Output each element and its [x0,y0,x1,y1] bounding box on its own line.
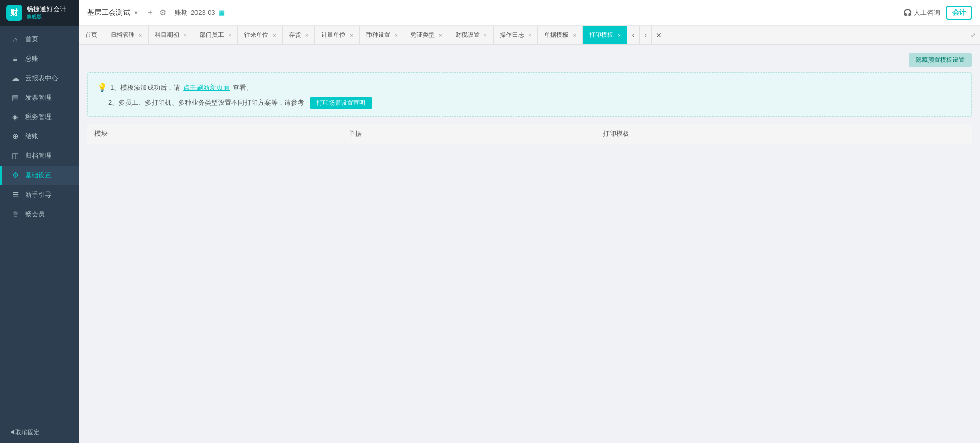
sidebar-item-close[interactable]: ⊕ 结账 [0,127,79,146]
tab-dept-staff-label: 部门员工 [200,31,224,39]
tab-print-template[interactable]: 打印模板 × [583,26,627,44]
tab-voucher-type[interactable]: 凭证类型 × [404,26,449,44]
tab-single-template[interactable]: 单据模板 × [538,26,582,44]
tab-archive-mgmt-label: 归档管理 [110,31,135,39]
print-template-table: 模块 单据 打印模板 [87,124,972,144]
page-content: 隐藏预置模板设置 💡 1、模板添加成功后，请 点击刷新新页面 查看。 2、多员工… [79,45,980,443]
tab-inventory-close[interactable]: × [305,32,308,38]
tab-print-template-close[interactable]: × [618,32,621,38]
headset-icon: 🎧 [903,9,912,16]
sidebar-nav: ⌂ 首页 ≡ 总账 ☁ 云报表中心 ▤ 发票管理 ◈ 税务管理 ⊕ 结账 ◫ 归… [0,26,79,422]
sidebar-item-home-label: 首页 [25,35,38,44]
sidebar-unpin-btn[interactable]: ◀︎取消固定 [0,422,79,443]
sidebar-item-archive[interactable]: ◫ 归档管理 [0,146,79,166]
tab-measure-unit[interactable]: 计量单位 × [315,26,359,44]
sidebar-item-invoice[interactable]: ▤ 发票管理 [0,88,79,107]
topbar-right: 🎧 人工咨询 会计 [903,6,972,20]
sidebar-item-settings-label: 基础设置 [25,171,52,180]
info-line2-prefix: 2、多员工、多打印机、多种业务类型设置不同打印方案等，请参考 [108,96,304,109]
period-label: 账期 [175,8,188,17]
tab-supplier[interactable]: 往来单位 × [238,26,282,44]
logo-title: 畅捷通好会计 [27,5,66,14]
invoice-icon: ▤ [11,93,20,102]
sidebar-item-guide-label: 新手引导 [25,190,52,199]
col-module: 模块 [87,124,341,144]
tab-inventory-label: 存货 [289,31,301,39]
tab-archive-mgmt[interactable]: 归档管理 × [104,26,149,44]
tab-subject-init-close[interactable]: × [183,32,186,38]
sidebar-item-settings[interactable]: ⚙ 基础设置 [0,166,79,185]
refresh-link[interactable]: 点击刷新新页面 [183,81,230,95]
tab-next-btn[interactable]: › [640,26,652,45]
sidebar-item-tax-label: 税务管理 [25,112,52,122]
vip-icon: ♕ [11,209,20,219]
settings-icon: ⚙ [11,171,20,180]
tab-operation-log-label: 操作日志 [500,31,524,39]
sidebar-item-close-label: 结账 [25,132,38,141]
info-line1-prefix: 1、模板添加成功后，请 [110,81,180,95]
table-header-row: 模块 单据 打印模板 [87,124,972,144]
tab-home[interactable]: 首页 [79,26,104,44]
add-tab-button[interactable]: ＋ [144,5,156,20]
tab-operation-log[interactable]: 操作日志 × [494,26,538,44]
sidebar-item-vip[interactable]: ♕ 畅会员 [0,204,79,224]
tab-print-template-label: 打印模板 [589,31,614,39]
sidebar-item-reports-label: 云报表中心 [25,74,58,83]
sidebar-item-reports[interactable]: ☁ 云报表中心 [0,68,79,88]
tab-prev-btn[interactable]: ‹ [627,26,640,45]
service-label: 人工咨询 [914,8,940,17]
tab-close-all-btn[interactable]: ✕ [652,26,666,45]
tab-voucher-type-label: 凭证类型 [410,31,435,39]
tab-subject-init-label: 科目期初 [155,31,179,39]
tab-currency-close[interactable]: × [395,32,398,38]
kuaiji-button[interactable]: 会计 [946,6,972,20]
sidebar: 财 畅捷通好会计 旗舰版 ⌂ 首页 ≡ 总账 ☁ 云报表中心 ▤ 发票管理 ◈ … [0,0,79,443]
col-template: 打印模板 [596,124,972,144]
tab-supplier-label: 往来单位 [244,31,268,39]
table-head: 模块 单据 打印模板 [87,124,972,144]
tab-tax-settings-label: 财税设置 [455,31,480,39]
logo-subtitle: 旗舰版 [27,13,66,20]
org-name: 基层工会测试 [87,8,130,17]
sidebar-item-tax[interactable]: ◈ 税务管理 [0,107,79,127]
app-logo: 财 畅捷通好会计 旗舰版 [0,0,79,26]
bulb-icon: 💡 [97,80,107,96]
sidebar-item-vip-label: 畅会员 [25,209,45,219]
info-line1-suffix: 查看。 [233,81,253,95]
hide-template-bar: 隐藏预置模板设置 [87,53,972,67]
tab-currency-label: 币种设置 [366,31,390,39]
org-dropdown-icon: ▼ [133,10,139,16]
tab-inventory[interactable]: 存货 × [283,26,315,44]
hide-template-button[interactable]: 隐藏预置模板设置 [909,53,972,67]
tab-dept-staff[interactable]: 部门员工 × [193,26,238,44]
close-period-icon: ⊕ [11,132,20,141]
tab-supplier-close[interactable]: × [273,32,276,38]
tab-measure-unit-close[interactable]: × [350,32,353,38]
customer-service-btn[interactable]: 🎧 人工咨询 [903,8,940,17]
tab-currency[interactable]: 币种设置 × [360,26,404,44]
tab-expand-btn[interactable]: ⤢ [966,26,980,45]
sidebar-item-guide[interactable]: ☰ 新手引导 [0,185,79,204]
tab-voucher-type-close[interactable]: × [439,32,442,38]
ledger-icon: ≡ [11,55,20,63]
sidebar-item-ledger[interactable]: ≡ 总账 [0,49,79,68]
tab-single-template-close[interactable]: × [573,32,576,38]
col-document: 单据 [341,124,596,144]
tab-dept-staff-close[interactable]: × [228,32,231,38]
period-value: 2023-03 [191,9,215,16]
tab-archive-mgmt-close[interactable]: × [139,32,142,38]
calendar-icon[interactable]: ▦ [218,9,225,16]
tax-icon: ◈ [11,112,20,122]
info-row-1: 💡 1、模板添加成功后，请 点击刷新新页面 查看。 [97,80,962,96]
topbar-settings-icon[interactable]: ⚙ [159,8,166,17]
org-selector[interactable]: 基层工会测试 ▼ [87,8,139,17]
logo-text-block: 畅捷通好会计 旗舰版 [27,5,66,21]
info-box: 💡 1、模板添加成功后，请 点击刷新新页面 查看。 2、多员工、多打印机、多种业… [87,72,972,117]
tab-operation-log-close[interactable]: × [528,32,531,38]
explain-button[interactable]: 打印场景设置宣明 [310,97,372,109]
tab-tax-settings[interactable]: 财税设置 × [449,26,494,44]
tab-subject-init[interactable]: 科目期初 × [149,26,193,44]
tab-tax-settings-close[interactable]: × [484,32,487,38]
home-icon: ⌂ [11,35,20,44]
sidebar-item-home[interactable]: ⌂ 首页 [0,30,79,49]
